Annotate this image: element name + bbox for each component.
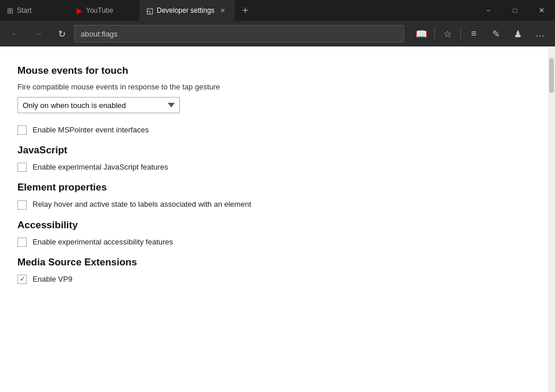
section-element-properties: Element properties Relay hover and activ… bbox=[17, 182, 531, 210]
extensions-icon[interactable]: ♟ bbox=[507, 23, 528, 44]
refresh-button[interactable]: ↻ bbox=[51, 23, 72, 44]
minimize-button[interactable]: − bbox=[475, 0, 502, 21]
forward-button[interactable]: → bbox=[28, 23, 49, 44]
media-source-title: Media Source Extensions bbox=[17, 257, 531, 268]
new-tab-button[interactable]: + bbox=[235, 0, 255, 21]
mspointer-checkbox[interactable] bbox=[17, 125, 27, 135]
element-properties-title: Element properties bbox=[17, 182, 531, 193]
section-javascript: JavaScript Enable experimental JavaScrip… bbox=[17, 145, 531, 172]
experimental-js-row: Enable experimental JavaScript features bbox=[17, 162, 531, 172]
address-text: about:flags bbox=[81, 30, 118, 38]
mouse-events-dropdown-wrapper: Always on Only on when touch is enabled … bbox=[17, 97, 531, 113]
close-button[interactable]: ✕ bbox=[528, 0, 555, 21]
mouse-events-dropdown[interactable]: Always on Only on when touch is enabled … bbox=[17, 97, 180, 113]
experimental-js-checkbox[interactable] bbox=[17, 163, 27, 172]
toolbar-icons: 📖 ☆ ≡ ✎ ♟ … bbox=[411, 23, 550, 44]
maximize-button[interactable]: □ bbox=[502, 0, 528, 21]
experimental-accessibility-row: Enable experimental accessibility featur… bbox=[17, 237, 531, 247]
enable-vp9-row: Enable VP9 bbox=[17, 274, 531, 285]
more-icon[interactable]: … bbox=[529, 23, 550, 44]
relay-hover-row: Relay hover and active state to labels a… bbox=[17, 199, 531, 210]
section-accessibility: Accessibility Enable experimental access… bbox=[17, 220, 531, 247]
experimental-accessibility-checkbox[interactable] bbox=[17, 238, 27, 247]
back-button[interactable]: ← bbox=[5, 23, 26, 44]
note-icon[interactable]: ✎ bbox=[485, 23, 506, 44]
javascript-title: JavaScript bbox=[17, 145, 531, 156]
experimental-js-label: Enable experimental JavaScript features bbox=[33, 162, 168, 172]
tab-start-label: Start bbox=[17, 6, 31, 15]
section-media-source: Media Source Extensions Enable VP9 bbox=[17, 257, 531, 285]
mouse-events-desc: Fire compatible mouse events in response… bbox=[17, 82, 531, 91]
main-wrapper: Mouse events for touch Fire compatible m… bbox=[0, 46, 555, 392]
address-bar[interactable]: about:flags bbox=[74, 25, 404, 42]
reader-view-icon[interactable]: 📖 bbox=[411, 23, 432, 44]
tab-close-button[interactable]: ✕ bbox=[218, 6, 228, 16]
tab-youtube-label: YouTube bbox=[86, 6, 113, 15]
content-area: Mouse events for touch Fire compatible m… bbox=[0, 46, 548, 392]
tab-youtube[interactable]: ▶ YouTube bbox=[70, 0, 139, 21]
separator bbox=[434, 28, 435, 39]
titlebar: ⊞ Start ▶ YouTube ◱ Developer settings ✕… bbox=[0, 0, 555, 21]
section-mouse-events: Mouse events for touch Fire compatible m… bbox=[17, 65, 531, 135]
mouse-events-title: Mouse events for touch bbox=[17, 65, 531, 77]
accessibility-title: Accessibility bbox=[17, 220, 531, 231]
navbar: ← → ↻ about:flags 📖 ☆ ≡ ✎ ♟ … bbox=[0, 21, 555, 46]
enable-vp9-checkbox[interactable] bbox=[17, 275, 27, 284]
start-icon: ⊞ bbox=[7, 6, 13, 15]
relay-hover-label: Relay hover and active state to labels a… bbox=[33, 199, 251, 210]
tab-dev-settings-label: Developer settings bbox=[157, 6, 214, 15]
hub-icon[interactable]: ≡ bbox=[463, 23, 484, 44]
separator-2 bbox=[460, 28, 461, 39]
tab-start[interactable]: ⊞ Start bbox=[0, 0, 70, 21]
dev-settings-icon: ◱ bbox=[146, 6, 153, 15]
tab-dev-settings[interactable]: ◱ Developer settings ✕ bbox=[139, 0, 235, 21]
mspointer-label: Enable MSPointer event interfaces bbox=[33, 125, 149, 135]
favorites-icon[interactable]: ☆ bbox=[437, 23, 458, 44]
enable-vp9-label: Enable VP9 bbox=[33, 274, 73, 285]
mspointer-row: Enable MSPointer event interfaces bbox=[17, 125, 531, 135]
scrollbar[interactable] bbox=[548, 46, 555, 392]
relay-hover-checkbox[interactable] bbox=[17, 200, 27, 210]
youtube-icon: ▶ bbox=[77, 6, 82, 15]
scrollbar-thumb[interactable] bbox=[549, 58, 554, 93]
window-controls: − □ ✕ bbox=[475, 0, 555, 21]
experimental-accessibility-label: Enable experimental accessibility featur… bbox=[33, 237, 173, 247]
